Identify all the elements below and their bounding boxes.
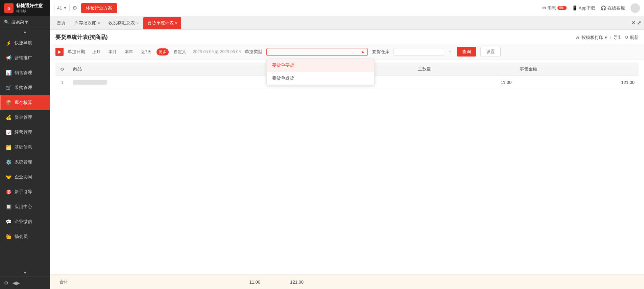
sidebar-scroll-down[interactable]: ▼	[0, 269, 50, 276]
refresh-label: 刷新	[630, 35, 639, 41]
sidebar-item-sales[interactable]: 📊 销售管理	[0, 65, 50, 80]
warehouse-filter-label: 要货仓库	[372, 49, 389, 55]
online-service-label: 在线客服	[607, 5, 625, 11]
row-quantity: 11.00	[414, 76, 516, 89]
print-action[interactable]: 🖨 按模板打印 ▾	[576, 35, 607, 41]
sidebar-item-app-center[interactable]: 🔲 应用中心	[0, 199, 50, 214]
col-settings[interactable]: ⚙	[55, 63, 69, 76]
sidebar-item-wechat[interactable]: 💬 企业微信	[0, 214, 50, 229]
sidebar-item-member[interactable]: 👑 畅会员	[0, 229, 50, 244]
tab-collect-summary-close[interactable]: ×	[136, 21, 138, 25]
app-download-label: App下载	[579, 5, 595, 11]
nav-icon-business: 📈	[5, 129, 12, 136]
app-download-action[interactable]: 📱 App下载	[572, 5, 595, 11]
headset-icon: 🎧	[601, 5, 606, 10]
date-custom-btn[interactable]: 自定义	[171, 48, 189, 56]
nav-label-quick-nav: 快捷导航	[15, 40, 32, 46]
type-filter-input[interactable]	[269, 49, 361, 54]
tab-order-summary-close[interactable]: ×	[175, 21, 177, 25]
print-icon: 🖨	[576, 35, 580, 40]
nav-icon-sales: 📊	[5, 69, 12, 76]
sidebar-search[interactable]: 🔍 搜索菜单	[0, 16, 50, 28]
date-7days-btn[interactable]: 近7天	[138, 48, 154, 56]
date-last-month-btn[interactable]: 上月	[89, 48, 103, 56]
nav-label-member: 畅会员	[15, 234, 28, 240]
sidebar-item-enterprise[interactable]: 🤝 企业协同	[0, 170, 50, 184]
topbar-left: 41 ▼ ⚙ 体验行业方案	[54, 3, 542, 13]
sidebar-scroll-up[interactable]: ▲	[0, 28, 50, 36]
sidebar-item-base[interactable]: 🗂️ 基础信息	[0, 140, 50, 155]
main-content: 41 ▼ ⚙ 体验行业方案 ✉ 消息 99+ 📱 App下载 🎧 在线客服	[50, 0, 644, 289]
company-selector[interactable]: 41 ▼	[54, 4, 70, 12]
nav-label-system: 系统管理	[15, 159, 32, 165]
nav-label-wechat: 企业微信	[15, 219, 32, 225]
sidebar-item-business[interactable]: 📈 经营管理	[0, 125, 50, 140]
refresh-icon: ↺	[625, 35, 628, 40]
settings-icon[interactable]: ⚙	[4, 280, 8, 286]
summary-quantity: 11.00	[233, 280, 260, 285]
nav-label-finance: 资金管理	[15, 114, 32, 120]
tab-collect-summary[interactable]: 收发存汇总表 ×	[104, 17, 142, 29]
tab-inventory-batch-close[interactable]: ×	[98, 21, 100, 25]
company-number: 41	[57, 5, 62, 10]
dropdown-item-order-goods[interactable]: 要货单要货	[267, 59, 374, 72]
nav-icon-system: ⚙️	[5, 159, 12, 165]
query-button[interactable]: 查询	[457, 47, 476, 57]
trial-button[interactable]: 体验行业方案	[81, 3, 117, 13]
page-content: 要货单统计表(按商品) 🖨 按模板打印 ▾ ↑ 导出 ↺ 刷新 ▶	[50, 30, 644, 289]
filter-expand-button[interactable]: ▶	[55, 48, 64, 56]
dropdown-item-order-return[interactable]: 要货单退货	[267, 72, 374, 85]
col-amount: 零售金额	[516, 63, 639, 76]
nav-label-app-center: 应用中心	[15, 204, 32, 210]
nav-icon-inventory: 📦	[5, 99, 12, 106]
sidebar-item-finance[interactable]: 💰 资金管理	[0, 110, 50, 125]
export-action[interactable]: ↑ 导出	[610, 35, 622, 41]
user-avatar[interactable]	[630, 3, 640, 13]
tab-home[interactable]: 首页	[53, 17, 70, 29]
col-quantity: 主数量	[414, 63, 516, 76]
online-service-action[interactable]: 🎧 在线客服	[601, 5, 625, 11]
sidebar-item-inventory[interactable]: 📦 库存核算	[0, 95, 50, 110]
type-filter-wrapper: ▲ 要货单要货 要货单退货	[266, 48, 368, 56]
nav-icon-enterprise: 🤝	[5, 174, 12, 180]
sidebar-footer: ⚙ ◀▶	[0, 276, 50, 289]
topbar: 41 ▼ ⚙ 体验行业方案 ✉ 消息 99+ 📱 App下载 🎧 在线客服	[50, 0, 644, 16]
sidebar-item-purchase[interactable]: 🛒 采购管理	[0, 80, 50, 95]
summary-bar: 合计 11.00 121.00	[50, 274, 644, 289]
tabbar-maximize-icon[interactable]: ⤢	[637, 20, 641, 26]
nav-label-inventory: 库存核算	[15, 99, 32, 106]
tab-order-summary[interactable]: 要货单统计表 ×	[143, 17, 181, 29]
nav-icon-base: 🗂️	[5, 144, 12, 151]
warehouse-filter-input[interactable]	[393, 48, 444, 56]
type-dropdown-menu: 要货单要货 要货单退货	[266, 59, 375, 85]
sidebar-item-guide[interactable]: 🎯 新手引导	[0, 184, 50, 199]
refresh-action[interactable]: ↺ 刷新	[625, 35, 639, 41]
tab-collect-summary-label: 收发存汇总表	[109, 20, 135, 26]
date-this-year-btn[interactable]: 本年	[122, 48, 136, 56]
sidebar-item-quick-nav[interactable]: ⚡ 快捷导航	[0, 36, 50, 50]
nav-icon-member: 👑	[5, 233, 12, 240]
sidebar-item-system[interactable]: ⚙️ 系统管理	[0, 155, 50, 170]
more-options-icon[interactable]: ···	[448, 49, 453, 55]
topbar-settings-icon[interactable]: ⚙	[72, 5, 77, 11]
app-title-wrap: 畅捷通好生意 标准版	[16, 3, 43, 14]
summary-amount: 121.00	[277, 280, 304, 285]
type-filter-arrow-icon[interactable]: ▲	[361, 49, 365, 54]
export-icon: ↑	[610, 35, 612, 40]
row-index: 1	[55, 76, 69, 89]
tab-inventory-batch[interactable]: 库存批次账 ×	[70, 17, 104, 29]
collapse-icon[interactable]: ◀▶	[13, 280, 20, 286]
nav-icon-quick-nav: ⚡	[5, 40, 12, 46]
set-button[interactable]: 设置	[480, 47, 501, 57]
topbar-right: ✉ 消息 99+ 📱 App下载 🎧 在线客服	[542, 3, 640, 13]
date-range-group: 上月 本月 本年 近7天 更多 自定义	[89, 48, 189, 56]
tabbar-close-all-icon[interactable]: ✕	[631, 20, 636, 26]
settings-col-icon: ⚙	[60, 67, 64, 72]
date-this-month-btn[interactable]: 本月	[105, 48, 120, 56]
sidebar-item-marketing[interactable]: 📢 营销推广	[0, 50, 50, 65]
messages-action[interactable]: ✉ 消息 99+	[542, 5, 567, 11]
date-more-btn[interactable]: 更多	[157, 48, 169, 55]
print-label: 按模板打印	[581, 35, 603, 41]
nav-icon-app-center: 🔲	[5, 203, 12, 210]
sidebar-header: b 畅捷通好生意 标准版	[0, 0, 50, 16]
